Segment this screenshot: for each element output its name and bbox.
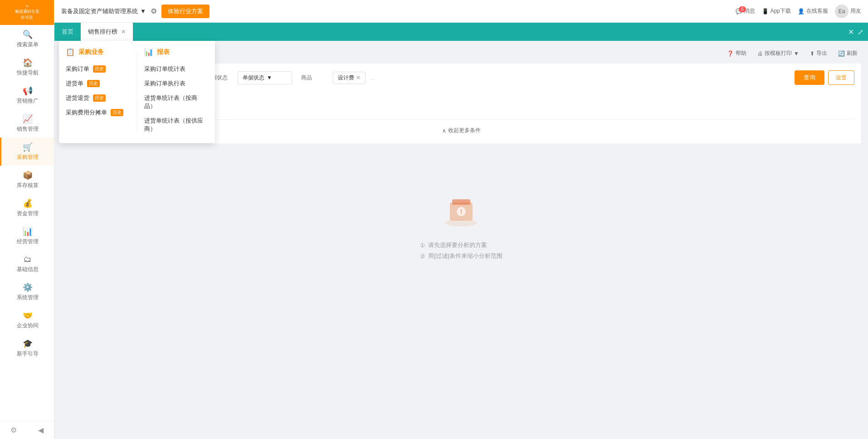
menu-item-purchase-in[interactable]: 进货单 历史 (66, 76, 130, 91)
sidebar-item-operation[interactable]: 📊 经营管理 (0, 222, 54, 250)
sidebar-bottom: ⚙ ◀ (0, 421, 54, 439)
menu-item-label: 进货退货 (66, 94, 89, 102)
menu-item-purchase-order-exec[interactable]: 采购订单执行表 (144, 76, 209, 91)
print-icon: 🖨 (757, 50, 763, 57)
goods-tag[interactable]: 设计费 ✕ (333, 72, 366, 84)
goods-tag-close[interactable]: ✕ (356, 74, 361, 81)
tip-bullet-1: ① (420, 242, 425, 249)
history-badge: 历史 (87, 80, 100, 87)
avatar: Ea (835, 5, 848, 18)
purchase-col-icon: 📋 (66, 48, 75, 56)
sidebar-item-finance[interactable]: 💰 资金管理 (0, 194, 54, 222)
menu-item-label: 采购订单执行表 (144, 79, 185, 88)
help-label: 帮助 (736, 49, 746, 57)
message-btn[interactable]: 💬 6 消息 (736, 7, 755, 15)
menu-item-label: 进货单 (66, 79, 83, 88)
sidebar-item-label: 经营管理 (17, 238, 39, 246)
home-icon: 🏠 (23, 58, 33, 68)
export-btn[interactable]: ⬆ 导出 (806, 48, 831, 59)
sidebar-item-corp[interactable]: 🤝 企业协同 (0, 306, 54, 334)
online-service-label: 在线客服 (806, 7, 828, 15)
settings-btn[interactable]: 设置 (828, 70, 854, 85)
sales-icon: 📈 (23, 114, 33, 124)
refresh-btn[interactable]: 🔄 刷新 (834, 48, 861, 59)
purchase-icon: 🛒 (23, 142, 33, 152)
goods-label: 商品 (301, 74, 328, 82)
goods-more-dots[interactable]: ... (370, 74, 375, 81)
topbar-title-text: 装备及固定资产辅助管理系统 (61, 7, 138, 15)
sidebar-item-label: 系统管理 (17, 294, 39, 301)
topbar: 装备及固定资产辅助管理系统 ▼ ⚙ 体验行业方案 💬 6 消息 📱 App下载 … (54, 0, 868, 23)
app-download-btn[interactable]: 📱 App下载 (762, 7, 791, 15)
empty-tips: ① 请先选择要分析的方案 ② 用[过滤]条件来缩小分析范围 (420, 241, 502, 263)
dropdown-menu: 📋 采购业务 采购订单 历史 进货单 历史 进货退货 历史 采购费用分摊单 历史… (59, 41, 215, 143)
menu-item-label: 采购订单 (66, 65, 89, 73)
history-badge: 历史 (93, 65, 106, 73)
menu-item-purchase-cost[interactable]: 采购费用分摊单 历史 (66, 105, 130, 120)
logo-line1: 畅捷通好生意 (15, 9, 39, 15)
menu-item-purchase-return[interactable]: 进货退货 历史 (66, 91, 130, 105)
sidebar-settings-btn[interactable]: ⚙ (10, 426, 17, 434)
sidebar-item-inventory[interactable]: 📦 库存核算 (0, 166, 54, 194)
sidebar-item-purchase[interactable]: 🛒 采购管理 (0, 138, 54, 166)
goods-tag-value: 设计费 (338, 74, 354, 82)
basic-icon: 🗂 (24, 255, 32, 264)
user-label: 用友 (850, 7, 861, 15)
tab-sales-rank[interactable]: 销售排行榜 ✕ (81, 23, 133, 41)
dropdown-report-title: 📊 报表 (144, 48, 209, 56)
menu-item-label: 进货单统计表（按商品） (144, 94, 209, 110)
refresh-label: 刷新 (847, 49, 858, 57)
print-btn[interactable]: 🖨 按模板打印 ▼ (754, 48, 803, 59)
user-btn[interactable]: Ea 用友 (835, 5, 861, 18)
sidebar-item-system[interactable]: ⚙️ 系统管理 (0, 278, 54, 306)
system-icon: ⚙️ (23, 282, 33, 292)
export-label: 导出 (816, 49, 827, 57)
sidebar-item-label: 基础信息 (17, 266, 39, 273)
sidebar-item-guide[interactable]: 🎓 新手引导 (0, 334, 54, 362)
sidebar-item-search[interactable]: 🔍 搜索菜单 (0, 25, 54, 53)
online-service-btn[interactable]: 👤 在线客服 (798, 7, 828, 15)
service-icon: 👤 (798, 8, 805, 15)
svg-text:6: 6 (27, 5, 28, 7)
sidebar-item-basic[interactable]: 🗂 基础信息 (0, 250, 54, 278)
menu-item-purchase-order[interactable]: 采购订单 历史 (66, 62, 130, 76)
sidebar-item-label: 营销推广 (17, 97, 39, 105)
tip-text-2: 用[过滤]条件来缩小分析范围 (428, 252, 502, 260)
status-select[interactable]: 单据状态 ▼ (238, 71, 292, 84)
tab-close-icon[interactable]: ✕ (121, 29, 126, 35)
sidebar-item-marketing[interactable]: 📢 营销推广 (0, 81, 54, 109)
history-badge: 历史 (93, 94, 106, 102)
tab-home-label: 首页 (62, 28, 73, 36)
action-buttons: 查询 设置 (795, 70, 854, 85)
phone-icon: 📱 (762, 8, 769, 15)
sidebar-item-label: 库存核算 (17, 182, 39, 189)
sidebar-item-quick[interactable]: 🏠 快捷导航 (0, 53, 54, 81)
query-btn[interactable]: 查询 (795, 70, 824, 85)
sidebar-item-label: 搜索菜单 (17, 41, 39, 49)
report-col-title-text: 报表 (157, 48, 170, 56)
logo-icon: 6 (19, 5, 35, 8)
menu-item-in-stat-supplier[interactable]: 进货单统计表（按供应商） (144, 113, 209, 136)
collapse-up-icon: ∧ (442, 128, 446, 134)
tabbar-right: ✕ ⤢ (848, 28, 868, 36)
menu-item-in-stat-goods[interactable]: 进货单统计表（按商品） (144, 91, 209, 113)
trial-btn[interactable]: 体验行业方案 (161, 5, 210, 18)
guide-icon: 🎓 (23, 339, 33, 349)
export-icon: ⬆ (810, 50, 814, 57)
sidebar-collapse-btn[interactable]: ◀ (38, 426, 44, 434)
sidebar-logo: 6 畅捷通好生意 标准版 (0, 0, 54, 25)
dropdown-purchase-title: 📋 采购业务 (66, 48, 130, 56)
help-btn[interactable]: ❓ 帮助 (723, 48, 750, 59)
sidebar-item-sales[interactable]: 📈 销售管理 (0, 109, 54, 138)
tab-home[interactable]: 首页 (54, 23, 81, 41)
tab-close-all-icon[interactable]: ✕ (848, 28, 854, 36)
sidebar-menu: 🔍 搜索菜单 🏠 快捷导航 📢 营销推广 📈 销售管理 🛒 采购管理 📦 库存核… (0, 25, 54, 421)
corp-icon: 🤝 (23, 311, 33, 321)
menu-item-purchase-order-stat[interactable]: 采购订单统计表 (144, 62, 209, 76)
sidebar-item-label: 采购管理 (17, 153, 39, 161)
empty-state: ! ① 请先选择要分析的方案 ② 用[过滤]条件来缩小分析范围 (61, 150, 861, 299)
tab-expand-icon[interactable]: ⤢ (858, 28, 863, 36)
search-menu-icon: 🔍 (23, 30, 33, 39)
topbar-gear-icon[interactable]: ⚙ (151, 7, 157, 15)
topbar-system-title[interactable]: 装备及固定资产辅助管理系统 ▼ (61, 7, 146, 15)
